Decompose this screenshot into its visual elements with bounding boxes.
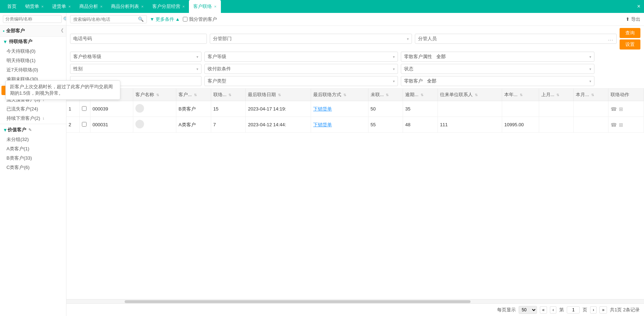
td-seq-2: 2	[66, 117, 79, 133]
filter-search-icon[interactable]: 🔍	[138, 16, 144, 22]
filter-gender[interactable]: 性别 ▾	[70, 64, 201, 74]
sidebar-item-a-class[interactable]: A类客户(1)	[0, 144, 66, 154]
sort-last-month-icon[interactable]: ⇅	[556, 93, 559, 97]
td-last-method-2[interactable]: 下销货单	[311, 117, 368, 133]
nav-close-sales[interactable]: ×	[41, 4, 43, 9]
filter-retail-customer[interactable]: 零散客户 全部 ▾	[401, 76, 594, 86]
per-page-select[interactable]: 50 20 100	[519, 306, 537, 314]
nav-item-home[interactable]: 首页	[3, 0, 21, 13]
td-check-2[interactable]	[79, 117, 90, 133]
th-this-month: 本月... ⇅	[574, 89, 608, 101]
sort-company-contact-icon[interactable]: ⇅	[475, 93, 478, 97]
td-name-1	[133, 101, 176, 117]
nav-close-customer-contact[interactable]: ×	[214, 4, 216, 9]
nav-close-analysis[interactable]: ×	[100, 4, 102, 9]
sidebar-item-declining[interactable]: 持续下滑客户(2) ℹ	[0, 114, 66, 123]
sidebar-group-value[interactable]: ▼ 价值客户 ✎	[0, 125, 66, 135]
prev-page-btn[interactable]: ‹	[550, 306, 556, 313]
contact-icon-1[interactable]: ☎	[611, 106, 617, 112]
sidebar-item-c-class[interactable]: C类客户(6)	[0, 163, 66, 172]
more-action-icon-1[interactable]: ⊞	[619, 106, 623, 112]
sidebar-group-pending[interactable]: ▼ 待联络客户	[0, 37, 66, 47]
last-page-btn[interactable]: »	[599, 306, 607, 313]
page-number-input[interactable]	[567, 306, 580, 313]
sort-overdue-icon[interactable]: ⇅	[421, 93, 423, 97]
sidebar-item-tomorrow[interactable]: 明天待联络(1)	[0, 56, 66, 65]
sidebar-item-churned[interactable]: 已流失客户(24)	[0, 104, 66, 114]
td-last-method-1[interactable]: 下销货单	[311, 101, 368, 117]
td-contact-1: 15	[211, 101, 246, 117]
per-page-label: 每页显示	[497, 307, 516, 313]
sort-name-icon[interactable]: ⇅	[156, 93, 159, 97]
sidebar-collapse-icon[interactable]: 《	[59, 28, 63, 34]
sidebar-all-customers-header[interactable]: ▪ 全部客户 《	[0, 25, 66, 37]
td-this-month-2	[574, 117, 608, 133]
th-this-year: 本年... ⇅	[502, 89, 539, 101]
sort-type-icon[interactable]: ⇅	[194, 93, 197, 97]
filter-status[interactable]: 状态 ▾	[401, 64, 594, 74]
sort-contact-icon[interactable]: ⇅	[228, 93, 231, 97]
filter-retail-attr[interactable]: 零散客户属性 全部 ▾	[401, 52, 594, 62]
last-method-link-1[interactable]: 下销货单	[313, 106, 332, 112]
sidebar-search-bar: 🔍	[0, 13, 66, 25]
sidebar-item-today[interactable]: 今天待联络(0)	[0, 47, 66, 56]
sidebar-search-icon[interactable]: 🔍	[63, 16, 66, 22]
sort-unreached-icon[interactable]: ⇅	[386, 93, 389, 97]
filter-phone[interactable]: 电话号码	[70, 34, 207, 44]
sort-last-method-icon[interactable]: ⇅	[343, 93, 346, 97]
settings-button[interactable]: 设置	[620, 39, 640, 49]
contact-icon-2[interactable]: ☎	[611, 122, 617, 128]
sidebar-group-value-edit[interactable]: ✎	[28, 128, 32, 132]
td-overdue-1: 35	[403, 101, 438, 117]
td-last-month-1	[539, 101, 574, 117]
nav-item-purchase[interactable]: 进货单 ×	[48, 0, 75, 13]
nav-item-sales[interactable]: 销货单 ×	[21, 0, 48, 13]
query-button[interactable]: 查询	[620, 28, 640, 38]
nav-item-analysis-list[interactable]: 商品分析列表 ×	[107, 0, 148, 13]
more-conditions-btn[interactable]: ▼ 更多条件 ▲	[150, 16, 180, 23]
last-method-link-2[interactable]: 下销货单	[313, 122, 332, 127]
close-all-tabs-icon[interactable]: ×	[637, 3, 640, 10]
row-check-1[interactable]	[82, 106, 87, 111]
my-customers-checkbox[interactable]: 我分管的客户	[183, 16, 217, 23]
export-button[interactable]: ⬆ 导出	[626, 16, 640, 23]
filter-customer-level[interactable]: 客户等级 ▾	[204, 52, 398, 62]
sidebar-item-7days[interactable]: 近7天待联络(0)	[0, 65, 66, 75]
more-action-icon-2[interactable]: ⊞	[619, 122, 623, 128]
nav-close-analysis-list[interactable]: ×	[141, 4, 143, 9]
person-more-icon[interactable]: …	[608, 36, 613, 42]
nav-item-customer-contact[interactable]: 客户联络 ×	[189, 0, 221, 13]
sort-this-month-icon[interactable]: ⇅	[591, 93, 594, 97]
next-page-btn[interactable]: ›	[590, 306, 597, 313]
first-page-btn[interactable]: «	[540, 306, 547, 313]
sidebar-item-ungroup[interactable]: 未分组(32)	[0, 135, 66, 144]
sort-this-year-icon[interactable]: ⇅	[520, 93, 523, 97]
sidebar-search-input[interactable]	[3, 15, 62, 23]
filter-payment[interactable]: 收付款条件 ▾	[204, 64, 398, 74]
horizontal-scroll-area[interactable]	[66, 299, 644, 303]
horizontal-scroll-thumb[interactable]	[125, 300, 470, 303]
nav-close-customer-segment[interactable]: ×	[182, 4, 185, 9]
customer-level-dropdown-icon: ▾	[393, 55, 395, 59]
sort-last-date-icon[interactable]: ⇅	[278, 93, 281, 97]
row-check-2[interactable]	[82, 122, 87, 127]
my-customers-check[interactable]	[183, 17, 187, 22]
td-type-2: A类客户	[176, 117, 211, 133]
sidebar-item-b-class[interactable]: B类客户(33)	[0, 154, 66, 163]
td-action-1: ☎ ⊞	[608, 101, 644, 117]
td-check-1[interactable]	[79, 101, 90, 117]
filter-dept[interactable]: 分管部门 ▾	[210, 34, 412, 44]
total-records-label: 共1页 2条记录	[610, 307, 640, 313]
filter-customer-type[interactable]: 客户类型 ▾	[204, 76, 398, 86]
dept-dropdown-icon: ▾	[407, 37, 409, 41]
filter-search-input[interactable]	[73, 17, 138, 22]
td-company-contact-2: 111	[437, 117, 502, 133]
filter-person[interactable]: 分管人员 …	[415, 34, 617, 44]
filter-customer-price[interactable]: 客户价格等级 ▾	[70, 52, 201, 62]
nav-item-customer-segment[interactable]: 客户分层经营 ×	[148, 0, 189, 13]
nav-item-analysis[interactable]: 商品分析 ×	[75, 0, 107, 13]
nav-close-purchase[interactable]: ×	[68, 4, 70, 9]
info-icon-declining: ℹ	[43, 117, 44, 121]
th-overdue: 逾期... ⇅	[403, 89, 438, 101]
th-company-contact: 往来单位联系人 ⇅	[437, 89, 502, 101]
